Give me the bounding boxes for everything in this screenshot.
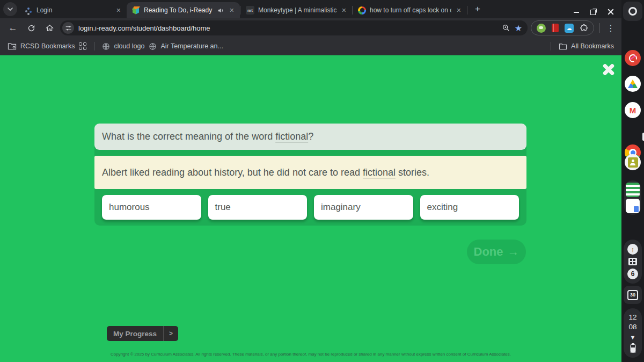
answer-option-exciting[interactable]: exciting bbox=[420, 195, 519, 220]
all-bookmarks-button[interactable]: All Bookmarks bbox=[559, 42, 614, 50]
question-underlined-word: fictional bbox=[275, 131, 308, 142]
sentence-prefix: Albert liked reading about history, but … bbox=[102, 167, 363, 178]
back-button[interactable]: ← bbox=[5, 20, 20, 35]
launcher-icon bbox=[628, 7, 637, 16]
window-close-button[interactable] bbox=[608, 9, 614, 15]
reload-button[interactable] bbox=[24, 20, 39, 35]
shelf-gmail-app-icon[interactable]: M bbox=[625, 102, 641, 118]
answer-options: humorous true imaginary exciting bbox=[94, 195, 526, 220]
tab-close-icon[interactable]: × bbox=[455, 6, 463, 15]
tab-iready-active[interactable]: Reading To Do, i-Ready × bbox=[127, 2, 240, 18]
bookmarks-bar: RCSD Bookmarks cloud logo Air Temperatur… bbox=[0, 38, 621, 55]
tab-search-button[interactable] bbox=[3, 2, 17, 16]
shelf-classroom-app-icon[interactable] bbox=[625, 154, 641, 170]
launcher-button[interactable] bbox=[623, 2, 642, 21]
tab-title: Reading To Do, i-Ready bbox=[144, 6, 214, 14]
tab-close-icon[interactable]: × bbox=[340, 6, 348, 15]
tab-title: Monkeytype | A minimalistic, c bbox=[258, 6, 336, 14]
sentence-box: Albert liked reading about history, but … bbox=[94, 156, 526, 189]
wifi-icon: ▼ bbox=[630, 334, 636, 341]
answer-option-imaginary[interactable]: imaginary bbox=[314, 195, 413, 220]
extensions-puzzle-icon[interactable] bbox=[580, 24, 588, 32]
bookmark-cloud-logo[interactable]: cloud logo bbox=[102, 42, 144, 50]
done-button[interactable]: Done → bbox=[467, 240, 526, 264]
sentence-suffix: stories. bbox=[396, 167, 429, 178]
url-text[interactable]: login.i-ready.com/student/dashboard/home bbox=[78, 24, 497, 32]
address-bar[interactable]: login.i-ready.com/student/dashboard/home… bbox=[60, 20, 528, 35]
home-button[interactable] bbox=[42, 20, 57, 35]
shelf-window-preview[interactable] bbox=[624, 180, 641, 215]
tab-close-icon[interactable]: × bbox=[228, 6, 236, 15]
tab-title: Login bbox=[36, 6, 111, 14]
question-prefix: What is the correct meaning of the word bbox=[102, 131, 275, 142]
clock-minute: 08 bbox=[628, 323, 636, 331]
status-tray[interactable]: 12 08 ▼ bbox=[624, 308, 642, 358]
shelf-tote[interactable]: ↑ 6 bbox=[624, 240, 642, 284]
iready-page: What is the correct meaning of the word … bbox=[0, 55, 621, 362]
my-progress-chevron-icon: > bbox=[163, 326, 178, 341]
lesson-close-icon[interactable] bbox=[601, 62, 616, 77]
tote-upload-icon[interactable]: ↑ bbox=[627, 244, 638, 255]
quiz-card: What is the correct meaning of the word … bbox=[94, 124, 526, 226]
answer-option-true[interactable]: true bbox=[208, 195, 308, 220]
answer-option-humorous[interactable]: humorous bbox=[102, 195, 201, 220]
window-thumbnail-green bbox=[626, 183, 640, 197]
shelf-canvas-app-icon[interactable] bbox=[625, 50, 641, 66]
tab-login[interactable]: Login × bbox=[19, 2, 127, 18]
restore-button[interactable] bbox=[590, 9, 597, 15]
toolbar: ← login.i-ready.com/student/dashboard/ho… bbox=[0, 18, 621, 38]
window-controls bbox=[573, 9, 621, 18]
extension-green-icon[interactable] bbox=[537, 24, 546, 33]
extensions-pill: ☁ bbox=[531, 20, 594, 35]
new-tab-button[interactable]: + bbox=[471, 2, 485, 16]
battery-icon bbox=[630, 344, 636, 353]
clock-hour: 12 bbox=[628, 313, 636, 321]
zoom-icon[interactable] bbox=[502, 24, 510, 32]
bookmark-air-temperature[interactable]: Air Temperature an... bbox=[149, 42, 223, 50]
question-suffix: ? bbox=[308, 131, 313, 142]
bookmark-label: Air Temperature an... bbox=[160, 42, 223, 50]
browser-window: Login × Reading To Do, i-Ready × mt Monk… bbox=[0, 0, 621, 362]
copyright-text: Copyright © 2025 by Curriculum Associate… bbox=[0, 352, 621, 357]
bookmarks-separator bbox=[94, 42, 94, 50]
classroom-icon bbox=[628, 157, 638, 168]
managed-bookmarks-folder[interactable]: RCSD Bookmarks bbox=[8, 42, 75, 50]
google-favicon-icon bbox=[358, 6, 366, 15]
extension-dictionary-icon[interactable] bbox=[552, 24, 559, 32]
shelf-drive-app-icon[interactable] bbox=[625, 76, 641, 92]
window-thumbnail-doc bbox=[626, 199, 640, 213]
done-arrow-icon: → bbox=[508, 245, 519, 259]
monkeytype-favicon-icon: mt bbox=[246, 6, 254, 15]
tab-close-icon[interactable]: × bbox=[115, 6, 122, 15]
my-progress-button[interactable]: My Progress > bbox=[107, 326, 178, 341]
question-box: What is the correct meaning of the word … bbox=[94, 124, 526, 150]
calendar-icon: 30 bbox=[627, 290, 638, 300]
notification-counter[interactable]: 6 bbox=[627, 269, 638, 279]
tab-audio-icon[interactable] bbox=[217, 7, 224, 14]
shelf-calendar-button[interactable]: 30 bbox=[624, 286, 642, 304]
tab-monkeytype[interactable]: mt Monkeytype | A minimalistic, c × bbox=[240, 2, 352, 18]
gmail-m-icon: M bbox=[630, 106, 636, 115]
managed-bookmarks-label: RCSD Bookmarks bbox=[20, 42, 75, 50]
tab-separator bbox=[467, 6, 467, 15]
tote-building-icon[interactable] bbox=[628, 258, 637, 265]
minimize-button[interactable] bbox=[573, 9, 580, 15]
bookmark-star-icon[interactable]: ★ bbox=[515, 23, 522, 33]
bookmarks-separator bbox=[551, 42, 551, 50]
done-label: Done bbox=[474, 245, 503, 259]
browser-menu-icon[interactable]: ⋮ bbox=[605, 23, 616, 33]
bookmark-label: cloud logo bbox=[114, 42, 144, 50]
screen: Login × Reading To Do, i-Ready × mt Monk… bbox=[0, 0, 644, 362]
iready-cube-favicon-icon bbox=[132, 6, 140, 15]
login-favicon-icon bbox=[25, 6, 33, 15]
extension-cloud-icon[interactable]: ☁ bbox=[565, 24, 574, 33]
sentence-underlined-word: fictional bbox=[363, 167, 396, 178]
apps-grid-icon[interactable] bbox=[79, 42, 86, 50]
all-bookmarks-label: All Bookmarks bbox=[571, 42, 614, 50]
shelf: M ↑ 6 30 12 08 ▼ bbox=[621, 0, 644, 362]
toolbar-separator bbox=[599, 23, 600, 33]
drive-triangle-icon bbox=[628, 79, 638, 88]
site-settings-icon[interactable] bbox=[62, 22, 74, 34]
tab-google-search[interactable]: how to turn off caps lock on ch × bbox=[353, 2, 467, 18]
tab-title: how to turn off caps lock on ch bbox=[370, 6, 451, 14]
